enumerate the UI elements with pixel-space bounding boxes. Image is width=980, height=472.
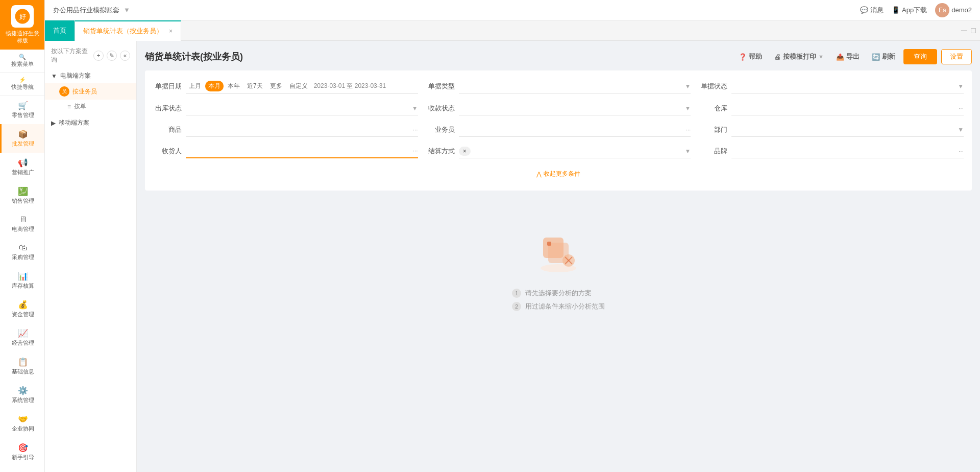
minimize-btn[interactable]: ─	[961, 26, 967, 35]
mobile-collapse-icon: ▶	[51, 120, 56, 127]
system-icon: ⚙️	[18, 386, 28, 395]
sidebar-item-marketing[interactable]: 📢 营销推广	[0, 153, 44, 181]
sidebar-item-operations[interactable]: 📈 经营管理	[0, 323, 44, 352]
salesperson-more[interactable]: ···	[685, 126, 691, 133]
doc-status-label: 单据状态	[699, 82, 727, 91]
sidebar-quick-nav[interactable]: ⚡ 快捷导航	[0, 73, 44, 96]
settings-btn[interactable]: 设置	[941, 49, 972, 64]
app-download-btn[interactable]: 📱 App下载	[892, 6, 927, 15]
left-panel-title-text: 按以下方案查询	[51, 47, 93, 64]
sidebar-search-menu[interactable]: 🔍 搜索菜单	[0, 50, 44, 73]
order-label: 按单	[74, 102, 86, 111]
ecommerce-icon: 🖥	[19, 215, 27, 224]
sidebar-item-apps[interactable]: 🔧 应用中心	[0, 466, 44, 472]
date-tab-custom[interactable]: 自定义	[286, 81, 311, 91]
sidebar-item-enterprise[interactable]: 🤝 企业协同	[0, 409, 44, 438]
filter-receipt-status: 收款状态 ▼	[426, 101, 691, 115]
print-label: 按模板打印	[783, 52, 816, 61]
finance-label: 资金管理	[12, 311, 34, 318]
receipt-status-dropdown[interactable]: ▼	[684, 105, 691, 112]
sidebar-item-wholesale[interactable]: 📦 批发管理	[0, 124, 44, 153]
filter-department: 部门 ▼	[699, 123, 964, 137]
goods-control[interactable]: ···	[186, 123, 418, 137]
doc-type-control[interactable]: ▼	[459, 79, 691, 93]
svg-text:好: 好	[19, 13, 26, 20]
restore-btn[interactable]: □	[971, 26, 976, 35]
date-tab-more[interactable]: 更多	[267, 81, 285, 91]
date-tab-7days[interactable]: 近7天	[244, 81, 266, 91]
filter-date: 单据日期 上月 本月 本年 近7天 更多 自定义 2023-03-01 至 20…	[153, 79, 418, 94]
search-menu-label: 搜索菜单	[11, 60, 34, 68]
sales-label: 销售管理	[12, 197, 34, 205]
date-range-text: 2023-03-01 至 2023-03-31	[314, 82, 386, 90]
collapse-more-btn[interactable]: ⋀ 收起更多条件	[153, 166, 964, 182]
tab-close-btn[interactable]: ×	[169, 28, 173, 35]
payment-method-control[interactable]: × ▼	[459, 144, 691, 158]
date-tab-last-month[interactable]: 上月	[186, 81, 204, 91]
svg-rect-4	[543, 238, 564, 258]
doc-status-dropdown[interactable]: ▼	[958, 83, 964, 90]
receiver-more[interactable]: ···	[413, 147, 418, 154]
brand-control[interactable]: ···	[731, 144, 964, 158]
date-control[interactable]: 上月 本月 本年 近7天 更多 自定义 2023-03-01 至 2023-03…	[186, 79, 418, 94]
help-btn[interactable]: ❓ 帮助	[734, 50, 766, 63]
sidebar-item-finance[interactable]: 💰 资金管理	[0, 295, 44, 323]
desktop-section-header[interactable]: ▼ 电脑端方案	[45, 68, 136, 83]
tabs-bar: 首页 销货单统计表（按业务员） × ─ □	[45, 20, 980, 41]
sidebar-item-newbie[interactable]: 🎯 新手引导	[0, 438, 44, 466]
print-btn[interactable]: 🖨 按模板打印 ▼	[770, 50, 828, 63]
query-btn[interactable]: 查询	[903, 49, 937, 64]
salesperson-control[interactable]: ···	[459, 123, 691, 137]
wholesale-label: 批发管理	[12, 140, 34, 148]
sidebar-item-system[interactable]: ⚙️ 系统管理	[0, 381, 44, 409]
doc-type-dropdown[interactable]: ▼	[684, 83, 691, 90]
department-dropdown[interactable]: ▼	[958, 126, 964, 133]
out-status-dropdown[interactable]: ▼	[412, 105, 418, 112]
messages-btn[interactable]: 💬 消息	[860, 6, 884, 15]
basic-label: 基础信息	[12, 368, 34, 375]
brand-more[interactable]: ···	[959, 148, 964, 155]
goods-more[interactable]: ···	[413, 126, 418, 133]
doc-type-label: 单据类型	[426, 82, 455, 91]
scheme-salesperson[interactable]: 员 按业务员	[45, 83, 136, 100]
tab-home[interactable]: 首页	[45, 20, 75, 41]
doc-status-control[interactable]: ▼	[731, 79, 964, 93]
mobile-section-header[interactable]: ▶ 移动端方案	[45, 115, 136, 130]
newbie-icon: 🎯	[18, 443, 28, 453]
scheme-order[interactable]: ≡ 按单	[45, 100, 136, 113]
warehouse-more[interactable]: ···	[959, 105, 964, 112]
desktop-section: ▼ 电脑端方案 员 按业务员 ≡ 按单	[45, 68, 136, 113]
user-area[interactable]: Ea demo2	[935, 3, 972, 17]
date-tab-this-year[interactable]: 本年	[225, 81, 243, 91]
filter-out-status: 出库状态 ▼	[153, 101, 418, 115]
system-label: 系统管理	[12, 396, 34, 404]
dropdown-icon[interactable]: ▼	[124, 6, 130, 14]
receiver-control[interactable]: ···	[186, 144, 418, 158]
badge-x-close[interactable]: ×	[463, 148, 467, 155]
sidebar-item-purchase[interactable]: 🛍 采购管理	[0, 238, 44, 266]
collapse-panel-btn[interactable]: «	[120, 51, 130, 61]
empty-icon	[533, 227, 584, 278]
payment-dropdown[interactable]: ▼	[684, 148, 691, 155]
sidebar-item-ecommerce[interactable]: 🖥 电商管理	[0, 210, 44, 238]
filter-row-3: 商品 ··· 业务员 ··· 部门 ▼	[153, 123, 964, 137]
empty-tip-1: 1 请先选择要分析的方案	[512, 287, 605, 300]
refresh-icon: 🔄	[872, 53, 880, 61]
receipt-status-control[interactable]: ▼	[459, 101, 691, 115]
sidebar-item-basic[interactable]: 📋 基础信息	[0, 352, 44, 381]
svg-rect-5	[547, 242, 551, 246]
edit-scheme-btn[interactable]: ✎	[107, 51, 117, 61]
refresh-btn[interactable]: 🔄 刷新	[868, 50, 899, 63]
date-tab-this-month[interactable]: 本月	[205, 81, 224, 91]
add-scheme-btn[interactable]: +	[93, 51, 104, 61]
sidebar-item-retail[interactable]: 🛒 零售管理	[0, 96, 44, 124]
out-status-control[interactable]: ▼	[186, 101, 418, 115]
department-control[interactable]: ▼	[731, 123, 964, 137]
warehouse-control[interactable]: ···	[731, 101, 964, 115]
export-btn[interactable]: 📤 导出	[832, 50, 864, 63]
sidebar-item-sales[interactable]: 💹 销售管理	[0, 181, 44, 210]
sidebar-item-inventory[interactable]: 📊 库存核算	[0, 266, 44, 295]
sidebar-logo[interactable]: 好 畅捷通好生意 标版	[0, 0, 44, 50]
tab-sales-stats[interactable]: 销货单统计表（按业务员） ×	[75, 20, 181, 41]
basic-icon: 📋	[18, 357, 28, 367]
